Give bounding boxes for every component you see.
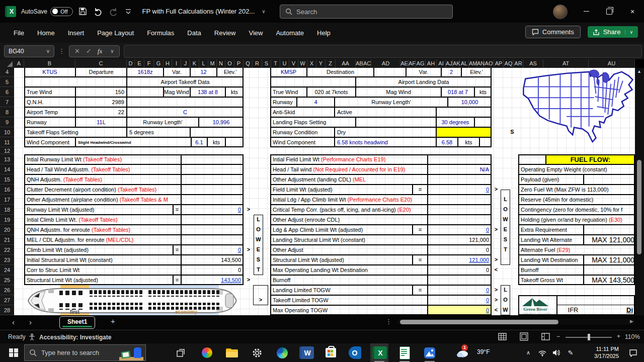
row-header-12[interactable]: 12 — [0, 147, 14, 154]
row-header-10[interactable]: 10 — [0, 127, 14, 137]
cell[interactable]: Landing Limited TOGW — [270, 285, 413, 295]
cell[interactable]: 143,500 — [181, 275, 244, 285]
cell[interactable]: O — [501, 295, 510, 305]
file-explorer-button[interactable] — [223, 343, 240, 362]
column-header-P[interactable]: P — [234, 59, 244, 68]
column-header-AT[interactable]: AT — [543, 59, 589, 68]
column-header-U[interactable]: U — [280, 59, 289, 68]
column-header-AO[interactable]: AO — [484, 59, 494, 68]
cell[interactable]: Holding (given or/and by reguation) (E30… — [518, 215, 635, 225]
cell[interactable] — [356, 117, 436, 127]
row-header-21[interactable]: 21 — [0, 235, 14, 245]
fx-icon[interactable]: fx — [98, 47, 102, 55]
horizontal-scroll-thumb[interactable] — [400, 320, 558, 324]
outlook-button[interactable]: O — [346, 343, 363, 362]
cell[interactable]: W — [254, 235, 263, 245]
cell[interactable] — [181, 195, 244, 205]
column-header-T[interactable]: T — [271, 59, 280, 68]
cell[interactable]: = — [173, 275, 181, 285]
cell[interactable]: 5 degrees — [127, 127, 190, 137]
cell[interactable] — [181, 174, 244, 185]
cell[interactable]: kts — [225, 87, 244, 97]
cell[interactable]: Intial Climb Limit Wt. (Takeoff Tables) — [24, 215, 181, 225]
cell[interactable]: Runway Limit Wt (adjusted) — [24, 205, 173, 215]
cell[interactable]: T — [254, 265, 263, 275]
row-header-27[interactable]: 27 — [0, 295, 14, 305]
cell[interactable]: kts — [458, 137, 479, 147]
column-header-S[interactable]: S — [262, 59, 271, 68]
taskbar-search-input[interactable]: Type here to search — [24, 344, 146, 361]
cell[interactable]: N/A — [428, 164, 492, 174]
tab-view[interactable]: View — [242, 26, 269, 40]
cell[interactable]: 0 — [428, 285, 492, 295]
cell[interactable]: Burnoff — [518, 265, 584, 275]
cell-landing-data-header[interactable]: Airport Landing Data — [356, 77, 492, 87]
cell[interactable] — [474, 117, 492, 127]
cell[interactable]: 0 — [181, 265, 244, 275]
cell[interactable]: Extra Requirement — [518, 225, 584, 235]
row-header-19[interactable]: 19 — [0, 215, 14, 225]
cell[interactable] — [479, 137, 492, 147]
cell[interactable]: Climb Limit Wt (adjusted) — [24, 245, 173, 255]
cell[interactable]: 6.58 — [436, 137, 458, 147]
edge-button[interactable] — [274, 343, 291, 362]
cell[interactable]: 121,000 — [428, 255, 492, 265]
cell[interactable]: True Wind — [270, 87, 307, 97]
column-header-Z[interactable]: Z — [326, 59, 336, 68]
cell[interactable]: Elev.' — [217, 67, 244, 77]
weather-tray-item[interactable]: 1 — [455, 343, 469, 362]
cell[interactable] — [584, 265, 635, 275]
minimize-button[interactable] — [575, 0, 598, 23]
cell[interactable]: Contingency (zero for domestic, 10% for … — [518, 205, 635, 215]
row-header-16[interactable]: 16 — [0, 185, 14, 195]
document-title[interactable]: FP with Full Calculations (Winter 202... — [142, 8, 255, 15]
enter-check-icon[interactable]: ✓ — [86, 47, 92, 55]
cell[interactable]: Dry — [335, 127, 436, 137]
cell-di-link[interactable]: Di — [604, 305, 633, 315]
cell[interactable]: 10,000 — [448, 97, 492, 107]
cell[interactable]: 0 — [428, 225, 492, 235]
row-header-25[interactable]: 25 — [0, 275, 14, 285]
tab-home[interactable]: Home — [31, 26, 61, 40]
cell[interactable]: Landing Wt Destination — [518, 255, 584, 265]
row-header-23[interactable]: 23 — [0, 255, 14, 265]
settings-button[interactable] — [249, 343, 266, 362]
row-header-8[interactable]: 8 — [0, 107, 14, 117]
cell[interactable] — [24, 77, 127, 87]
cell[interactable]: E — [501, 225, 510, 235]
cell[interactable]: L — [501, 195, 510, 205]
cell[interactable]: kts — [474, 87, 492, 97]
cell[interactable]: > — [245, 245, 253, 255]
cell[interactable] — [436, 107, 492, 117]
copilot-button[interactable] — [198, 343, 215, 362]
row-header-11[interactable]: 11 — [0, 137, 14, 147]
cell[interactable]: L — [501, 285, 510, 295]
prev-sheet-icon[interactable]: ‹ — [12, 318, 15, 326]
cell[interactable]: 4 — [297, 97, 335, 107]
column-header-G[interactable]: G — [154, 59, 164, 68]
cell[interactable]: Zero Fuel Wt (Max ZFW is 113,000) — [518, 185, 635, 195]
cell[interactable] — [127, 97, 244, 107]
cell[interactable]: Var. — [406, 67, 441, 77]
cell[interactable]: Departure — [75, 67, 127, 77]
cell[interactable]: S — [254, 255, 263, 265]
page-break-view-icon[interactable] — [541, 332, 550, 341]
store-button[interactable] — [322, 343, 339, 362]
column-header-AH[interactable]: AH — [426, 59, 437, 68]
cell-ifr[interactable]: IFR — [557, 305, 589, 315]
cell[interactable]: Head / Tail wind (Not Required / Account… — [270, 164, 428, 174]
row-header-9[interactable]: 9 — [0, 117, 14, 127]
cell[interactable] — [181, 235, 244, 245]
cell[interactable]: QNH Adjustm. for enroute (Takeoff Tables… — [24, 225, 181, 235]
cell[interactable]: < — [492, 265, 500, 275]
cell[interactable]: Initial Ldg / App Climb limit Wt (Perfor… — [270, 195, 428, 205]
temperature-label[interactable]: 39°F — [477, 348, 490, 355]
task-view-button[interactable] — [172, 343, 189, 362]
row-header-14[interactable]: 14 — [0, 164, 14, 174]
cell[interactable]: Anti-Skid — [270, 107, 335, 117]
column-header-AU[interactable]: AU — [589, 59, 635, 68]
name-box[interactable]: BG40 ∨ — [4, 45, 54, 57]
cell[interactable]: Intial Field Limit Wt (Performance Chart… — [270, 154, 428, 164]
tab-help[interactable]: Help — [310, 26, 337, 40]
cell[interactable]: S — [501, 235, 510, 245]
